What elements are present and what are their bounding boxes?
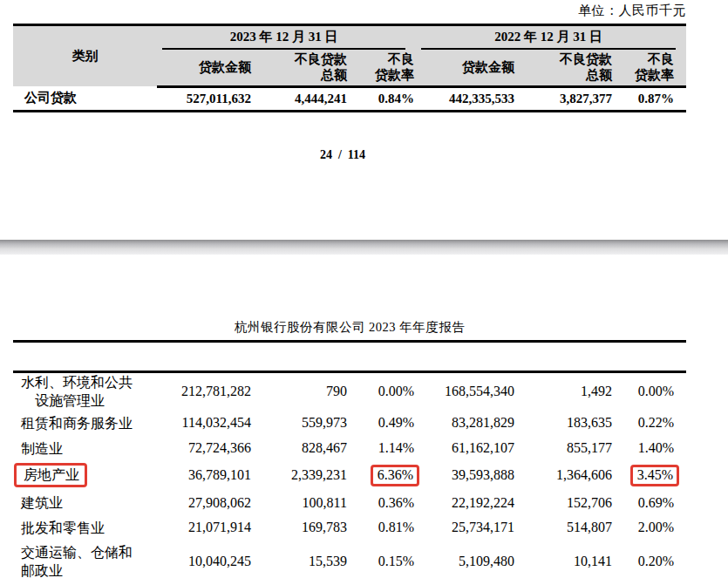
table-row-leasing-services: 租赁和商务服务业 114,032,454 559,973 0.49% 83,28… (13, 410, 686, 436)
npl-ratio-2022-cell: 1.40% (614, 436, 686, 460)
loan-amount-2022-cell: 25,734,171 (416, 515, 516, 540)
period-header-2022: 2022 年 12 月 31 日 (416, 25, 686, 51)
loan-amount-2023-cell: 10,040,245 (157, 540, 253, 578)
npl-ratio-2023-cell: 0.81% (349, 515, 416, 540)
period-header-2023-label: 2023 年 12 月 31 日 (162, 26, 405, 50)
npl-ratio-2022-cell: 0.87% (614, 86, 686, 111)
npl-total-2023-cell: 2,339,231 (253, 460, 349, 490)
highlight-box-npl-ratio-2023: 6.36% (371, 465, 419, 486)
row-label: 水利、环境和公共 设施管理业 (13, 372, 157, 411)
loan-amount-2022-cell: 22,192,224 (416, 490, 516, 515)
period-header-2022-label: 2022 年 12 月 31 日 (421, 26, 676, 50)
current-page-number: 24 (320, 148, 332, 161)
page-separator (0, 240, 728, 255)
table-row-manufacturing: 制造业 72,724,366 828,467 1.14% 61,162,107 … (13, 436, 686, 460)
npl-total-2023-cell: 100,811 (253, 490, 349, 515)
loan-quality-table-page1: 类别 2023 年 12 月 31 日 2022 年 12 月 31 日 贷款金… (13, 24, 686, 112)
loan-amount-2022-cell: 442,335,533 (416, 86, 516, 111)
header-rule (13, 340, 686, 343)
npl-total-2022-cell: 152,706 (516, 490, 614, 515)
npl-ratio-2022-cell: 0.22% (614, 410, 686, 436)
npl-total-2022-cell: 3,827,377 (516, 86, 614, 111)
category-column-header: 类别 (13, 25, 157, 87)
header-npl-ratio-2023: 不良 贷款率 (349, 50, 416, 86)
header-loan-amount-2022: 贷款金额 (416, 50, 516, 86)
npl-total-2023-cell: 4,444,241 (253, 86, 349, 111)
npl-ratio-2022-cell: 3.45% (614, 460, 686, 490)
npl-ratio-2023-cell: 0.15% (349, 540, 416, 578)
table-row-water-utilities: 水利、环境和公共 设施管理业 212,781,282 790 0.00% 168… (13, 372, 686, 411)
header-npl-ratio-2022: 不良 贷款率 (614, 50, 686, 86)
npl-total-2023-cell: 828,467 (253, 436, 349, 460)
unit-label: 单位：人民币千元 (578, 3, 686, 19)
loan-amount-2023-cell: 527,011,632 (157, 86, 253, 111)
npl-ratio-2023-cell: 0.49% (349, 410, 416, 436)
loan-amount-2022-cell: 5,109,480 (416, 540, 516, 578)
table-row-corporate-loans: 公司贷款 527,011,632 4,444,241 0.84% 442,335… (13, 86, 686, 111)
page-number-indicator: 24/114 (0, 148, 685, 162)
period-header-row: 类别 2023 年 12 月 31 日 2022 年 12 月 31 日 (13, 25, 686, 51)
table-row-transport-storage-postal: 交通运输、仓储和 邮政业 10,040,245 15,539 0.15% 5,1… (13, 540, 686, 578)
npl-total-2023-cell: 790 (253, 372, 349, 411)
period-header-2023: 2023 年 12 月 31 日 (157, 25, 416, 51)
npl-total-2023-cell: 169,783 (253, 515, 349, 540)
npl-ratio-2022-cell: 2.00% (614, 515, 686, 540)
loan-amount-2022-cell: 168,554,340 (416, 372, 516, 411)
loan-amount-2023-cell: 36,789,101 (157, 460, 253, 490)
loan-amount-2023-cell: 72,724,366 (157, 436, 253, 460)
loan-amount-2023-cell: 21,071,914 (157, 515, 253, 540)
total-page-count: 114 (348, 148, 365, 161)
npl-ratio-2023-cell: 0.84% (349, 86, 416, 111)
npl-total-2022-cell: 1,492 (516, 372, 614, 411)
header-loan-amount-2023: 贷款金额 (157, 50, 253, 86)
npl-ratio-2022-cell: 0.20% (614, 540, 686, 578)
loan-amount-2023-cell: 114,032,454 (157, 410, 253, 436)
row-label: 房地产业 (13, 460, 157, 490)
loan-amount-2023-cell: 212,781,282 (157, 372, 253, 411)
report-page-header: 杭州银行股份有限公司 2023 年年度报告 (13, 319, 686, 336)
loan-amount-2022-cell: 39,593,888 (416, 460, 516, 490)
table-row-construction: 建筑业 27,908,062 100,811 0.36% 22,192,224 … (13, 490, 686, 515)
loan-quality-table-page2: 水利、环境和公共 设施管理业 212,781,282 790 0.00% 168… (13, 371, 686, 578)
npl-total-2023-cell: 559,973 (253, 410, 349, 436)
loan-amount-2022-cell: 83,281,829 (416, 410, 516, 436)
header-npl-total-2023: 不良贷款 总额 (253, 50, 349, 86)
npl-total-2022-cell: 1,364,606 (516, 460, 614, 490)
highlight-box-real-estate-label: 房地产业 (14, 463, 87, 487)
npl-ratio-2023-cell: 0.36% (349, 490, 416, 515)
npl-total-2022-cell: 10,141 (516, 540, 614, 578)
highlight-box-npl-ratio-2022: 3.45% (630, 465, 679, 486)
table-row-real-estate: 房地产业 36,789,101 2,339,231 6.36% 39,593,8… (13, 460, 686, 490)
npl-ratio-2023-cell: 1.14% (349, 436, 416, 460)
npl-total-2022-cell: 855,177 (516, 436, 614, 460)
row-label: 制造业 (13, 436, 157, 460)
npl-total-2022-cell: 183,635 (516, 410, 614, 436)
npl-total-2023-cell: 15,539 (253, 540, 349, 578)
row-label: 交通运输、仓储和 邮政业 (13, 540, 157, 578)
npl-total-2022-cell: 514,807 (516, 515, 614, 540)
row-label: 批发和零售业 (13, 515, 157, 540)
npl-ratio-2023-cell: 0.00% (349, 372, 416, 411)
header-npl-total-2022: 不良贷款 总额 (516, 50, 614, 86)
page-number-separator: / (338, 148, 342, 161)
loan-amount-2022-cell: 61,162,107 (416, 436, 516, 460)
npl-ratio-2022-cell: 0.00% (614, 372, 686, 411)
row-label: 租赁和商务服务业 (13, 410, 157, 436)
row-label: 建筑业 (13, 490, 157, 515)
row-label: 公司贷款 (13, 86, 157, 111)
loan-amount-2023-cell: 27,908,062 (157, 490, 253, 515)
npl-ratio-2022-cell: 0.69% (614, 490, 686, 515)
table-row-wholesale-retail: 批发和零售业 21,071,914 169,783 0.81% 25,734,1… (13, 515, 686, 540)
npl-ratio-2023-cell: 6.36% (349, 460, 416, 490)
